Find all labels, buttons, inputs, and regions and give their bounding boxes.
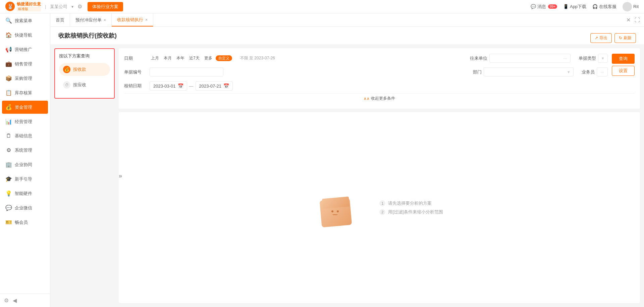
sidebar-item-search-menu[interactable]: 🔍 搜索菜单: [0, 13, 50, 28]
panel-collapse-icon[interactable]: »: [119, 172, 122, 179]
date-no-limit: 不限 至 2023-07-26: [240, 55, 275, 61]
tab-receipt-close-icon[interactable]: ×: [145, 17, 148, 22]
filter-option-by-receivable[interactable]: ⏱ 按应收: [59, 79, 110, 91]
sidebar-item-wechat-biz[interactable]: 💬 企业微信: [0, 201, 50, 215]
sidebar-item-purchase[interactable]: 📦 采购管理: [0, 71, 50, 86]
verif-date-start-value: 2023-03-01: [153, 84, 176, 89]
collapse-up-icon: ∧∧: [364, 96, 370, 101]
collapse-more-label: 收起更多条件: [371, 96, 395, 101]
date-shortcuts: 上月 本月 本年 近7天 更多 自定义: [150, 55, 232, 62]
date-btn-last-month[interactable]: 上月: [150, 55, 160, 62]
tab-prepay-offset-label: 预付冲应付单: [75, 17, 102, 23]
content-area: 首页 预付冲应付单 × 收款核销执行 × ✕ ⛶ 收款核销执行(按收款): [50, 13, 644, 307]
message-btn[interactable]: 💬 消息 99+: [531, 4, 557, 10]
verif-date-start-input[interactable]: 2023-03-01 📅: [150, 81, 187, 91]
sidebar-item-label: 新手引导: [15, 176, 32, 182]
staff-input[interactable]: ···: [597, 67, 608, 76]
smart-hw-icon: 💡: [5, 190, 12, 197]
date-btn-this-month[interactable]: 本月: [162, 55, 173, 62]
sidebar-item-enterprise[interactable]: 🏢 企业协同: [0, 157, 50, 172]
logo-area: 🐰 畅捷通好生意 标准版: [5, 2, 41, 11]
app-edition: 标准版: [17, 7, 41, 11]
sidebar-item-label: 销售管理: [15, 61, 32, 67]
export-button[interactable]: ↗ 导出: [590, 33, 612, 43]
page-title: 收款核销执行(按收款): [58, 32, 117, 40]
sidebar-item-label: 资金管理: [15, 104, 32, 110]
query-button[interactable]: 查询: [612, 54, 635, 64]
staff-label: 业务员: [582, 69, 595, 75]
tab-receipt-offset-label: 收款核销执行: [117, 17, 143, 23]
guide-icon: 🎓: [5, 176, 12, 182]
maximize-icon[interactable]: ⛶: [633, 16, 641, 24]
sidebar-item-finance[interactable]: 💰 资金管理: [2, 101, 48, 114]
sidebar-item-label: 企业微信: [15, 205, 32, 211]
date-btn-more[interactable]: 更多: [203, 55, 214, 62]
tab-prepay-close-icon[interactable]: ×: [104, 18, 106, 22]
date-btn-this-year[interactable]: 本年: [175, 55, 186, 62]
tab-prepay-offset[interactable]: 预付冲应付单 ×: [70, 13, 112, 27]
sidebar-item-quick-nav[interactable]: 🏠 快捷导航: [0, 28, 50, 42]
body-wrapper: 按以下方案查询 💰 按收款 ⏱ 按应收 »: [50, 44, 644, 307]
sidebar-item-guide[interactable]: 🎓 新手引导: [0, 172, 50, 186]
sidebar-item-label: 搜索菜单: [15, 18, 32, 24]
empty-illustration: [316, 189, 359, 226]
counterparty-input[interactable]: ···: [489, 54, 571, 63]
purchase-icon: 📦: [5, 75, 12, 82]
verif-date-end-input[interactable]: 2023-07-21 📅: [196, 81, 233, 91]
doc-number-input[interactable]: [150, 67, 223, 76]
doc-number-label: 单据编号: [124, 69, 144, 75]
doc-type-select[interactable]: ▾: [598, 54, 608, 63]
date-label: 日期: [124, 55, 144, 61]
sidebar-bottom: ⚙ ◀: [0, 294, 50, 307]
search-icon: 🔍: [5, 17, 12, 24]
close-all-tabs-icon[interactable]: ✕: [625, 15, 632, 24]
step-1-num: 1: [379, 200, 385, 206]
business-icon: 📊: [5, 118, 12, 125]
industry-btn[interactable]: 体验行业方案: [88, 2, 123, 11]
basic-info-icon: 🗒: [5, 133, 12, 139]
filter-panel-title: 按以下方案查询: [59, 53, 110, 59]
online-service-btn[interactable]: 🎧 在线客服: [592, 4, 616, 10]
sidebar-item-label: 智能硬件: [15, 191, 32, 197]
verif-date-end-value: 2023-07-21: [199, 84, 222, 89]
sidebar-item-system[interactable]: ⚙ 系统管理: [0, 143, 50, 157]
date-separator: —: [189, 84, 194, 89]
tab-receipt-offset[interactable]: 收款核销执行 ×: [112, 13, 153, 27]
date-custom-badge[interactable]: 自定义: [216, 55, 232, 61]
collapse-more-btn[interactable]: ∧∧ 收起更多条件: [124, 93, 635, 103]
step-2-num: 2: [379, 209, 385, 215]
counterparty-label: 往来单位: [470, 55, 487, 61]
filter-option-by-receipt[interactable]: 💰 按收款: [59, 63, 110, 76]
sidebar-item-marketing[interactable]: 📢 营销推广: [0, 42, 50, 57]
empty-content: 1 请先选择要分析的方案 2 用[过滤]条件来缩小分析范围: [316, 189, 443, 226]
form-row-2: 单据编号 部门 ▾: [124, 67, 608, 76]
message-badge: 99+: [548, 4, 557, 9]
system-icon: ⚙: [5, 147, 12, 153]
sidebar-item-smart-hw[interactable]: 💡 智能硬件: [0, 186, 50, 201]
sidebar-item-inventory[interactable]: 📋 库存核算: [0, 86, 50, 100]
calendar-start-icon: 📅: [178, 83, 183, 89]
dept-select[interactable]: ▾: [484, 67, 574, 76]
sidebar-item-sales[interactable]: 💼 销售管理: [0, 57, 50, 71]
empty-step-2: 2 用[过滤]条件来缩小分析范围: [379, 209, 443, 215]
company-name: 某某公司: [50, 4, 67, 10]
form-row-1: 日期 上月 本月 本年 近7天 更多 自定义 不: [124, 54, 608, 63]
bottom-collapse-icon[interactable]: ◀: [13, 297, 17, 304]
refresh-button[interactable]: ↻ 刷新: [614, 33, 636, 43]
bottom-settings-icon[interactable]: ⚙: [4, 297, 9, 304]
settings-icon[interactable]: ⚙: [77, 3, 82, 10]
app-download-btn[interactable]: 📱 App下载: [563, 4, 586, 10]
tab-home-label: 首页: [56, 17, 64, 23]
user-info[interactable]: Rit: [623, 2, 639, 11]
page-header-wrapper: 收款核销执行(按收款) ↗ 导出 ↻ 刷新: [50, 27, 644, 44]
settings-button[interactable]: 设置: [612, 66, 635, 76]
sidebar-item-member[interactable]: 🎫 畅会员: [0, 215, 50, 229]
sidebar-item-business[interactable]: 📊 经营管理: [0, 114, 50, 129]
sidebar-item-basic-info[interactable]: 🗒 基础信息: [0, 129, 50, 143]
step-1-text: 请先选择要分析的方案: [388, 200, 432, 206]
enterprise-icon: 🏢: [5, 161, 12, 168]
sidebar-item-label: 经营管理: [15, 119, 32, 125]
date-btn-7days[interactable]: 近7天: [188, 55, 201, 62]
tab-home[interactable]: 首页: [50, 13, 70, 27]
company-chevron-icon[interactable]: ▾: [71, 4, 73, 9]
